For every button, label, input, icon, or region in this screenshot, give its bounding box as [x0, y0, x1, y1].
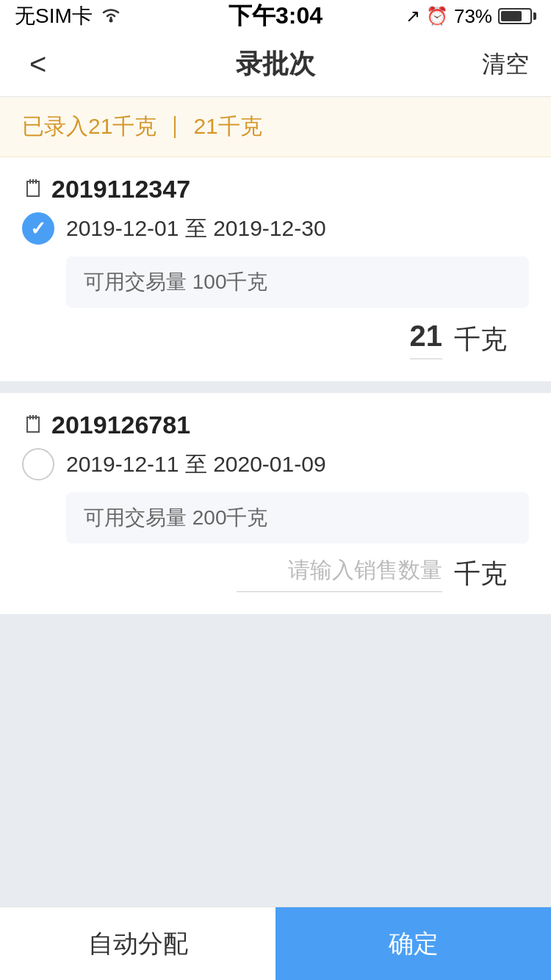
quantity-value-1: 21 — [410, 320, 443, 353]
batch-id-row-1: 🗒 2019112347 — [22, 175, 529, 203]
batch-card-1: 🗒 2019112347 2019-12-01 至 2019-12-30 可用交… — [0, 157, 551, 381]
clear-button[interactable]: 清空 — [482, 48, 529, 81]
page-title: 录批次 — [236, 46, 315, 82]
doc-icon-2: 🗒 — [22, 411, 46, 439]
section-divider — [0, 381, 551, 393]
confirm-button[interactable]: 确定 — [276, 907, 551, 980]
date-range-1: 2019-12-01 至 2019-12-30 — [66, 214, 326, 244]
summary-recorded: 已录入21千克 — [22, 112, 156, 142]
batch-card-2: 🗒 2019126781 2019-12-11 至 2020-01-09 可用交… — [0, 393, 551, 614]
batch-id-1: 2019112347 — [51, 175, 190, 203]
doc-icon-1: 🗒 — [22, 176, 46, 203]
status-left: 无SIM卡 — [15, 2, 122, 30]
auto-distribute-button[interactable]: 自动分配 — [0, 907, 276, 980]
availability-2: 可用交易量 200千克 — [66, 492, 529, 544]
quantity-input-area-2[interactable]: 请输入销售数量 — [237, 555, 442, 592]
carrier-label: 无SIM卡 — [15, 2, 93, 30]
bottom-buttons: 自动分配 确定 — [0, 907, 551, 980]
empty-space — [0, 614, 551, 952]
quantity-display-1: 21 — [410, 320, 443, 359]
quantity-row-2[interactable]: 请输入销售数量 千克 — [22, 544, 529, 592]
alarm-icon: ⏰ — [426, 6, 448, 26]
status-bar: 无SIM卡 下午3:04 ↗ ⏰ 73% — [0, 0, 551, 32]
summary-divider — [174, 116, 176, 138]
back-button[interactable]: < — [22, 40, 54, 88]
battery-percent: 73% — [454, 5, 492, 28]
radio-2[interactable] — [22, 448, 54, 480]
time-label: 下午3:04 — [228, 0, 323, 32]
radio-1[interactable] — [22, 212, 54, 245]
date-row-2[interactable]: 2019-12-11 至 2020-01-09 — [22, 448, 529, 480]
quantity-placeholder-2: 请输入销售数量 — [288, 555, 442, 586]
batch-id-2: 2019126781 — [51, 411, 190, 439]
nav-bar: < 录批次 清空 — [0, 32, 551, 97]
quantity-unit-2: 千克 — [454, 556, 507, 592]
quantity-row-1: 21 千克 — [22, 308, 529, 359]
summary-total: 21千克 — [193, 112, 262, 142]
batch-id-row-2: 🗒 2019126781 — [22, 411, 529, 439]
date-range-2: 2019-12-11 至 2020-01-09 — [66, 450, 326, 480]
battery-indicator — [498, 8, 536, 24]
summary-banner: 已录入21千克 21千克 — [0, 97, 551, 157]
quantity-unit-1: 千克 — [454, 322, 507, 358]
content-area: 已录入21千克 21千克 🗒 2019112347 2019-12-01 至 2… — [0, 97, 551, 980]
availability-1: 可用交易量 100千克 — [66, 256, 529, 308]
svg-point-0 — [109, 19, 112, 23]
location-icon: ↗ — [406, 6, 420, 26]
status-right: ↗ ⏰ 73% — [406, 5, 536, 28]
wifi-icon — [100, 4, 122, 28]
date-row-1[interactable]: 2019-12-01 至 2019-12-30 — [22, 212, 529, 245]
